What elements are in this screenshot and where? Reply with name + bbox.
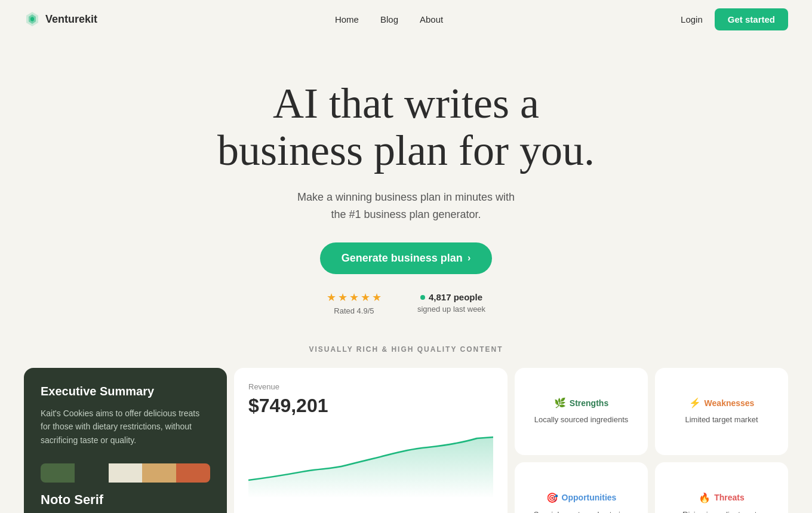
star-2: ★ bbox=[338, 291, 347, 304]
swot-grid: 🌿 Strengths Locally sourced ingredients … bbox=[515, 368, 788, 513]
opportunities-card: 🎯 Opportunities Special events and cater… bbox=[515, 462, 648, 513]
threats-icon: 🔥 bbox=[699, 492, 710, 503]
revenue-card: Revenue $749,201 bbox=[234, 368, 508, 513]
nav-links: Home Blog About bbox=[335, 14, 443, 24]
opportunities-title: Opportunities bbox=[562, 493, 617, 502]
main-cards-grid: Executive Summary Kait's Cookies aims to… bbox=[24, 368, 788, 513]
generate-plan-button[interactable]: Generate business plan › bbox=[320, 242, 492, 274]
signups-count-row: 4,817 people bbox=[420, 292, 482, 302]
nav-blog[interactable]: Blog bbox=[380, 14, 398, 24]
star-3: ★ bbox=[349, 291, 359, 304]
swatch-4 bbox=[142, 463, 176, 483]
threats-card: 🔥 Threats Rising ingredient costs bbox=[655, 462, 788, 513]
hero-title-line1: AI that writes a bbox=[273, 79, 539, 127]
swatch-2 bbox=[75, 463, 109, 483]
stars-row: ★ ★ ★ ★ ★ bbox=[327, 291, 382, 304]
swatch-3 bbox=[109, 463, 143, 483]
nav-right: Login Get started bbox=[681, 8, 788, 30]
opportunities-header: 🎯 Opportunities bbox=[546, 492, 617, 503]
exec-title: Executive Summary bbox=[41, 385, 210, 398]
navbar: Venturekit Home Blog About Login Get sta… bbox=[0, 0, 812, 38]
online-dot bbox=[420, 295, 425, 300]
threats-title: Threats bbox=[714, 493, 745, 502]
weaknesses-text: Limited target market bbox=[685, 414, 758, 425]
cards-section: VISUALLY RICH & HIGH QUALITY CONTENT Exe… bbox=[0, 345, 812, 513]
exec-summary-card: Executive Summary Kait's Cookies aims to… bbox=[24, 368, 227, 513]
star-1: ★ bbox=[327, 291, 336, 304]
font-name: Noto Serif bbox=[41, 492, 210, 508]
hero-section: AI that writes a business plan for you. … bbox=[0, 38, 812, 345]
threats-header: 🔥 Threats bbox=[699, 492, 745, 503]
hero-title-line2: business plan for you. bbox=[217, 127, 595, 174]
signups-label: signed up last week bbox=[417, 305, 485, 314]
strengths-card: 🌿 Strengths Locally sourced ingredients bbox=[515, 368, 648, 455]
revenue-amount: $749,201 bbox=[248, 395, 493, 417]
star-4: ★ bbox=[361, 291, 370, 304]
hero-title: AI that writes a business plan for you. bbox=[137, 80, 675, 174]
swatch-5 bbox=[176, 463, 210, 483]
weaknesses-title: Weaknesses bbox=[705, 398, 755, 408]
social-proof: ★ ★ ★ ★ ★ Rated 4.9/5 4,817 people signe… bbox=[12, 291, 800, 315]
generate-plan-label: Generate business plan bbox=[342, 252, 463, 265]
section-label: VISUALLY RICH & HIGH QUALITY CONTENT bbox=[24, 345, 788, 354]
rating-block: ★ ★ ★ ★ ★ Rated 4.9/5 bbox=[327, 291, 382, 315]
weaknesses-header: ⚡ Weaknesses bbox=[689, 397, 755, 408]
signups-count: 4,817 people bbox=[429, 292, 482, 302]
login-link[interactable]: Login bbox=[681, 14, 703, 24]
star-5: ★ bbox=[372, 291, 382, 304]
get-started-button[interactable]: Get started bbox=[715, 8, 788, 30]
logo-text: Venturekit bbox=[45, 13, 97, 26]
nav-about[interactable]: About bbox=[420, 14, 443, 24]
logo-icon bbox=[24, 11, 41, 27]
weaknesses-icon: ⚡ bbox=[689, 397, 701, 408]
rating-text: Rated 4.9/5 bbox=[334, 306, 374, 315]
opportunities-text: Special events and catering bbox=[534, 509, 629, 514]
color-palette bbox=[41, 463, 210, 483]
swatch-1 bbox=[41, 463, 75, 483]
revenue-chart bbox=[248, 426, 493, 498]
strengths-header: 🌿 Strengths bbox=[554, 397, 608, 408]
nav-home[interactable]: Home bbox=[335, 14, 359, 24]
strengths-icon: 🌿 bbox=[554, 397, 566, 408]
weaknesses-card: ⚡ Weaknesses Limited target market bbox=[655, 368, 788, 455]
strengths-text: Locally sourced ingredients bbox=[534, 414, 629, 425]
logo[interactable]: Venturekit bbox=[24, 11, 97, 27]
revenue-label: Revenue bbox=[248, 382, 493, 391]
signups-block: 4,817 people signed up last week bbox=[417, 292, 485, 314]
opportunities-icon: 🎯 bbox=[546, 492, 558, 503]
arrow-icon: › bbox=[467, 253, 470, 263]
hero-subtitle-line2: the #1 business plan generator. bbox=[331, 208, 481, 220]
threats-text: Rising ingredient costs bbox=[682, 509, 761, 514]
strengths-title: Strengths bbox=[570, 398, 608, 408]
hero-subtitle: Make a winning business plan in minutes … bbox=[12, 189, 800, 223]
hero-subtitle-line1: Make a winning business plan in minutes … bbox=[297, 191, 515, 203]
exec-body: Kait's Cookies aims to offer delicious t… bbox=[41, 407, 210, 447]
